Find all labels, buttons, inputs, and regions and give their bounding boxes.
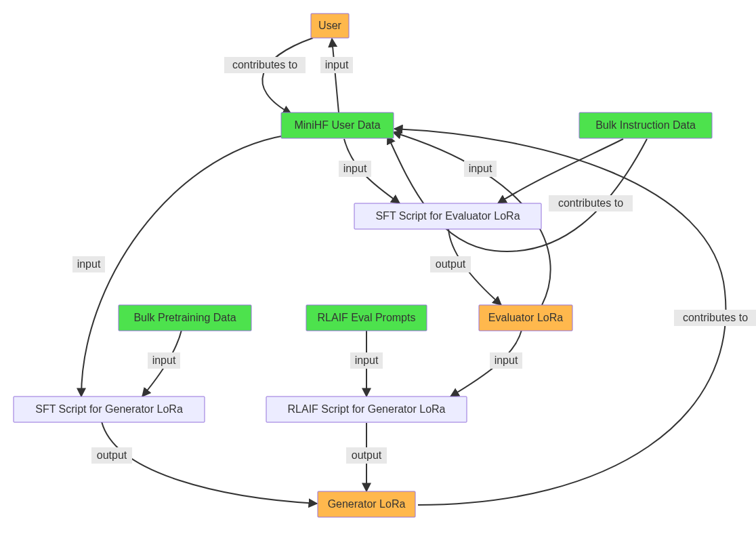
svg-text:output: output [97,449,127,461]
node-user: User [311,14,349,38]
svg-text:input: input [77,258,101,270]
node-rlaif-script-generator-lora: RLAIF Script for Generator LoRa [266,396,467,422]
edge-label-bulk-instr-to-sft-eval: input [464,161,497,177]
edge-bulk-instr-to-minihf [387,136,647,251]
edge-bulk-instr-to-sft-eval [498,139,623,203]
svg-text:input: input [355,354,379,366]
node-rlaif-eval-prompts: RLAIF Eval Prompts [306,305,427,331]
node-bulk-instruction-data: Bulk Instruction Data [579,113,712,138]
svg-text:RLAIF Eval Prompts: RLAIF Eval Prompts [318,312,416,323]
edge-user-to-minihf [262,38,313,114]
edge-label-sft-gen-out: output [91,447,132,464]
edge-label-rlaif-gen-out: output [346,447,387,464]
svg-text:RLAIF Script for Generator LoR: RLAIF Script for Generator LoRa [288,403,446,415]
svg-text:contributes to: contributes to [558,197,623,209]
svg-text:Generator LoRa: Generator LoRa [328,498,406,510]
svg-text:output: output [436,258,466,270]
edge-label-gen-lora-to-minihf: contributes to [674,310,756,326]
edge-label-minihf-to-sft-eval: input [339,161,371,177]
edge-label-minihf-to-user: input [320,57,353,73]
edge-label-minihf-to-sft-gen: input [72,256,105,272]
diagram-canvas: contributes to input input input contrib… [0,0,756,549]
svg-text:output: output [352,449,382,461]
svg-text:MiniHF User Data: MiniHF User Data [294,119,380,131]
svg-text:SFT Script for Generator LoRa: SFT Script for Generator LoRa [35,403,183,415]
svg-text:contributes to: contributes to [683,312,748,323]
edge-minihf-to-user [332,39,339,113]
edge-minihf-to-sft-gen [81,136,285,396]
edge-label-sft-eval-out: output [430,256,471,272]
svg-text:Bulk Pretraining Data: Bulk Pretraining Data [133,312,236,323]
node-evaluator-lora: Evaluator LoRa [479,305,572,331]
svg-text:SFT Script for Evaluator LoRa: SFT Script for Evaluator LoRa [375,210,520,222]
svg-text:input: input [495,354,518,366]
edge-label-bulk-pretrain-in: input [148,352,180,369]
svg-text:input: input [343,163,367,174]
edge-label-bulk-instr-to-minihf: contributes to [549,195,633,211]
svg-text:contributes to: contributes to [232,59,297,70]
node-sft-script-generator-lora: SFT Script for Generator LoRa [14,396,205,422]
node-sft-script-evaluator-lora: SFT Script for Evaluator LoRa [354,203,541,229]
edge-label-eval-lora-in: input [490,352,522,369]
node-bulk-pretraining-data: Bulk Pretraining Data [119,305,251,331]
edge-label-user-to-minihf: contributes to [224,57,306,73]
svg-text:input: input [152,354,176,366]
edge-label-rlaif-prompts-in: input [350,352,383,369]
svg-text:User: User [318,20,341,31]
svg-text:input: input [325,59,349,70]
edge-sft-gen-to-gen-lora [102,422,317,504]
svg-text:Bulk Instruction Data: Bulk Instruction Data [595,119,696,131]
node-minihf-user-data: MiniHF User Data [281,113,394,138]
svg-text:Evaluator LoRa: Evaluator LoRa [488,312,563,323]
node-generator-lora: Generator LoRa [318,491,415,517]
svg-text:input: input [469,163,492,174]
